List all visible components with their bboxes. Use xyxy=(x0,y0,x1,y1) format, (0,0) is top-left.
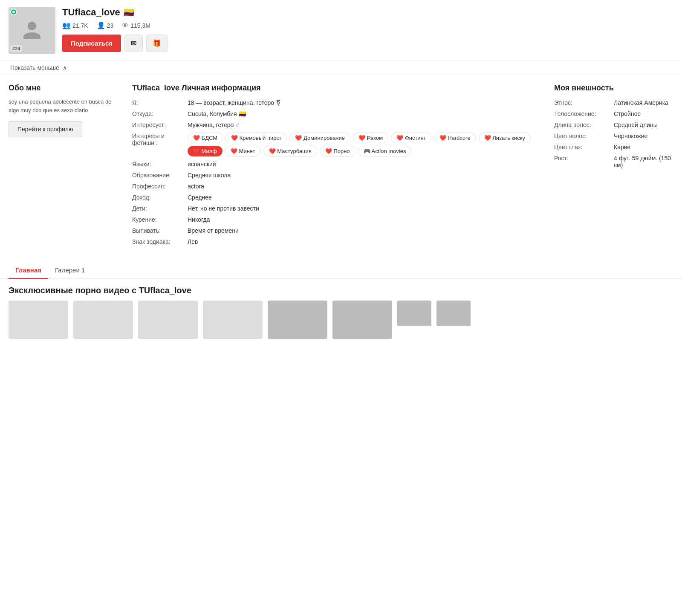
height-value: 4 фут. 59 дюйм. (150 см) xyxy=(614,155,673,168)
zodiac-label: Знак зодиака: xyxy=(132,238,188,245)
languages-value: испанский xyxy=(188,161,541,168)
tag-blowjob: ❤️ Минет xyxy=(225,146,261,156)
appearance-title: Моя внешность xyxy=(554,84,673,93)
video-thumb-5[interactable] xyxy=(268,301,327,339)
education-label: Образование: xyxy=(132,172,188,179)
gift-button[interactable]: 🎁 xyxy=(146,35,168,52)
children-value: Нет, но не против завести xyxy=(188,205,541,212)
tab-galleries-label: Галереи 1 xyxy=(55,266,85,274)
info-row-drinking: Выпивать: Время от времени xyxy=(132,227,541,234)
tag-milf: ❤️ Милф xyxy=(188,146,223,156)
personal-info-title-prefix: TUflaca_love xyxy=(132,84,179,92)
rank-badge: #24 xyxy=(10,45,22,52)
appearance-column: Моя внешность Этнос: Латинская Америка Т… xyxy=(554,84,673,249)
video-thumb-1[interactable] xyxy=(9,301,68,339)
info-row-languages: Языки: испанский xyxy=(132,161,541,168)
ethnicity-value: Латинская Америка xyxy=(614,99,668,106)
fetishes-value: ❤️ БДСМ ❤️ Кремовый пирог ❤️ Доминирован… xyxy=(188,133,541,156)
profile-header: #24 TUflaca_love 🇨🇴 👥 21,7K 👤 23 👁 115,3… xyxy=(0,0,682,61)
views-count: 115,3M xyxy=(130,22,150,29)
interested-label: Интересует: xyxy=(132,121,188,128)
info-row-children: Дети: Нет, но не против завести xyxy=(132,205,541,212)
tab-galleries[interactable]: Галереи 1 xyxy=(48,262,92,278)
flag: 🇨🇴 xyxy=(124,7,134,17)
avatar-wrap: #24 xyxy=(9,7,55,54)
username-row: TUflaca_love 🇨🇴 xyxy=(62,7,673,18)
info-row-smoking: Курение: Никогда xyxy=(132,216,541,223)
about-text: soy una pequeña adolecente en busca de a… xyxy=(9,98,119,114)
actions-row: Подписаться ✉ 🎁 xyxy=(62,35,673,52)
tag-bdsm: ❤️ БДСМ xyxy=(188,133,223,143)
ethnicity-label: Этнос: xyxy=(554,99,614,106)
children-label: Дети: xyxy=(132,205,188,212)
views-icon: 👁 xyxy=(122,22,129,29)
info-row-education: Образование: Средняя школа xyxy=(132,172,541,179)
video-thumb-7[interactable] xyxy=(397,301,431,326)
username: TUflaca_love xyxy=(62,7,120,18)
income-label: Доход: xyxy=(132,194,188,201)
hair-length-value: Средней длины xyxy=(614,121,658,128)
languages-label: Языки: xyxy=(132,161,188,168)
tag-masturbation: ❤️ Мастурбация xyxy=(263,146,317,156)
views-stat: 👁 115,3M xyxy=(122,21,150,29)
appearance-row-height: Рост: 4 фут. 59 дюйм. (150 см) xyxy=(554,155,673,168)
info-row-identity: Я: 18 — возраст, женщина, гетеро ⚧ xyxy=(132,99,541,106)
appearance-row-eye-color: Цвет глаз: Карие xyxy=(554,144,673,150)
eye-color-value: Карие xyxy=(614,144,630,150)
info-row-income: Доход: Среднее xyxy=(132,194,541,201)
drinking-value: Время от времени xyxy=(188,227,541,234)
info-row-from: Откуда: Cucuta, Колумбия 🇨🇴 xyxy=(132,110,541,117)
video-thumb-8[interactable] xyxy=(436,301,471,326)
tab-main[interactable]: Главная xyxy=(9,262,48,278)
show-less-toggle[interactable]: Показать меньше ∧ xyxy=(0,61,682,75)
subscribe-button[interactable]: Подписаться xyxy=(62,35,121,52)
appearance-row-ethnicity: Этнос: Латинская Америка xyxy=(554,99,673,106)
eye-color-label: Цвет глаз: xyxy=(554,144,614,150)
build-value: Стройное xyxy=(614,110,641,117)
info-table: Я: 18 — возраст, женщина, гетеро ⚧ Откуд… xyxy=(132,99,541,245)
followers-count: 21,7K xyxy=(72,22,88,29)
video-thumb-4[interactable] xyxy=(203,301,263,339)
profession-value: actora xyxy=(188,183,541,190)
online-indicator xyxy=(10,9,17,15)
followers-icon: 👥 xyxy=(62,21,71,29)
appearance-row-build: Телосложение: Стройное xyxy=(554,110,673,117)
about-column: Обо мне soy una pequeña adolecente en bu… xyxy=(9,84,119,249)
message-button[interactable]: ✉ xyxy=(124,35,143,52)
tag-domination: ❤️ Доминирование xyxy=(289,133,350,143)
income-value: Среднее xyxy=(188,194,541,201)
height-label: Рост: xyxy=(554,155,614,168)
smoking-value: Никогда xyxy=(188,216,541,223)
tag-doggy: ❤️ Раком xyxy=(353,133,388,143)
profession-label: Профессия: xyxy=(132,183,188,190)
tag-porn: ❤️ Порно xyxy=(320,146,355,156)
tabs-row: Главная Галереи 1 xyxy=(0,262,682,279)
fetishes-label: Интересы и фетиши : xyxy=(132,133,188,146)
about-title: Обо мне xyxy=(9,84,119,93)
hair-length-label: Длина волос: xyxy=(554,121,614,128)
tag-list: ❤️ БДСМ ❤️ Кремовый пирог ❤️ Доминирован… xyxy=(188,133,541,156)
followers-stat: 👥 21,7K xyxy=(62,21,88,29)
chevron-up-icon: ∧ xyxy=(63,64,67,71)
info-row-zodiac: Знак зодиака: Лев xyxy=(132,238,541,245)
info-row-profession: Профессия: actora xyxy=(132,183,541,190)
drinking-label: Выпивать: xyxy=(132,227,188,234)
education-value: Средняя школа xyxy=(188,172,541,179)
videos-section-title: Эксклюсивные порно видео с TUflaca_love xyxy=(0,279,682,301)
video-thumb-6[interactable] xyxy=(332,301,392,339)
profile-info: TUflaca_love 🇨🇴 👥 21,7K 👤 23 👁 115,3M По… xyxy=(62,7,673,52)
info-row-interested: Интересует: Мужчина, гетеро ♂ xyxy=(132,121,541,128)
video-thumb-3[interactable] xyxy=(138,301,198,339)
tag-action-movies: 🎮 Action movies xyxy=(358,146,412,156)
following-stat: 👤 23 xyxy=(97,21,114,29)
interested-value: Мужчина, гетеро ♂ xyxy=(188,121,541,128)
video-grid xyxy=(0,301,682,347)
from-label: Откуда: xyxy=(132,110,188,117)
video-thumb-2[interactable] xyxy=(73,301,133,339)
show-less-label: Показать меньше xyxy=(10,64,59,71)
identity-value: 18 — возраст, женщина, гетеро ⚧ xyxy=(188,99,541,106)
go-to-profile-button[interactable]: Перейти к профилю xyxy=(9,121,82,137)
hair-color-value: Чернокожие xyxy=(614,133,647,139)
smoking-label: Курение: xyxy=(132,216,188,223)
tag-hardcore: ❤️ Hardcore xyxy=(434,133,476,143)
